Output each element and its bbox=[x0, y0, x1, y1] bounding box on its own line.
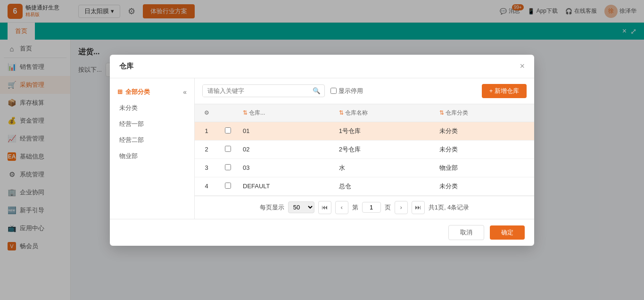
prev-page-button[interactable]: ‹ bbox=[335, 201, 348, 214]
warehouse-modal: 仓库 × ⊞ 全部分类 « 未分类 经营一部 经营二部 物业部 bbox=[110, 55, 534, 246]
cancel-button[interactable]: 取消 bbox=[448, 225, 484, 240]
modal-overlay: 仓库 × ⊞ 全部分类 « 未分类 经营一部 经营二部 物业部 bbox=[0, 0, 644, 300]
per-page-select-wrap: 50 20 100 bbox=[288, 201, 314, 213]
modal-header: 仓库 × bbox=[110, 55, 534, 78]
warehouse-table: ⚙ ⇅ 仓库... ⇅ 仓库名称 ⇅ 仓库分类 1 01 bbox=[195, 104, 534, 196]
row-name: 水 bbox=[333, 158, 434, 177]
row-check[interactable] bbox=[218, 140, 237, 158]
show-disabled-label[interactable]: 显示停用 bbox=[330, 87, 363, 95]
row-settings: 3 bbox=[195, 158, 218, 177]
next-page-button[interactable]: › bbox=[395, 201, 408, 214]
col-category: ⇅ 仓库分类 bbox=[434, 104, 534, 122]
category-all-label: 全部分类 bbox=[125, 88, 150, 96]
row-category: 物业部 bbox=[434, 158, 534, 177]
sort-cat-icon: ⇅ bbox=[439, 109, 444, 116]
row-check[interactable] bbox=[218, 177, 237, 195]
pagination: 每页显示 50 20 100 ⏮ ‹ 第 页 › ⏭ 共1 bbox=[195, 196, 534, 219]
col-name: ⇅ 仓库名称 bbox=[333, 104, 434, 122]
page-label: 第 bbox=[352, 203, 358, 212]
table-row[interactable]: 3 03 水 物业部 bbox=[195, 158, 534, 177]
table-header-row: ⚙ ⇅ 仓库... ⇅ 仓库名称 ⇅ 仓库分类 bbox=[195, 104, 534, 122]
row-category: 未分类 bbox=[434, 177, 534, 195]
category-unclassified[interactable]: 未分类 bbox=[110, 100, 194, 116]
page-number-input[interactable] bbox=[362, 202, 381, 213]
row-code: DEFAULT bbox=[237, 177, 333, 195]
row-settings: 2 bbox=[195, 140, 218, 158]
sort-name-icon: ⇅ bbox=[339, 109, 344, 116]
col-code: ⇅ 仓库... bbox=[237, 104, 333, 122]
row-settings: 4 bbox=[195, 177, 218, 195]
row-check[interactable] bbox=[218, 158, 237, 177]
row-code: 01 bbox=[237, 122, 333, 140]
warehouse-table-wrap: ⚙ ⇅ 仓库... ⇅ 仓库名称 ⇅ 仓库分类 1 01 bbox=[195, 104, 534, 196]
add-warehouse-button[interactable]: + 新增仓库 bbox=[482, 84, 527, 98]
row-category: 未分类 bbox=[434, 122, 534, 140]
first-page-button[interactable]: ⏮ bbox=[318, 201, 331, 214]
category-ops2[interactable]: 经营二部 bbox=[110, 132, 194, 148]
row-category: 未分类 bbox=[434, 140, 534, 158]
search-wrap: 🔍 bbox=[202, 84, 325, 97]
modal-body: ⊞ 全部分类 « 未分类 经营一部 经营二部 物业部 🔍 bbox=[110, 78, 534, 219]
per-page-label: 每页显示 bbox=[260, 203, 284, 212]
table-row[interactable]: 1 01 1号仓库 未分类 bbox=[195, 122, 534, 140]
category-all[interactable]: ⊞ 全部分类 « bbox=[110, 84, 194, 100]
search-button[interactable]: 🔍 bbox=[309, 85, 324, 97]
sort-code-icon: ⇅ bbox=[243, 109, 248, 116]
category-sidebar: ⊞ 全部分类 « 未分类 经营一部 经营二部 物业部 bbox=[110, 78, 195, 219]
category-ops1[interactable]: 经营一部 bbox=[110, 116, 194, 132]
row-check[interactable] bbox=[218, 122, 237, 140]
page-unit: 页 bbox=[385, 203, 391, 212]
row-name: 2号仓库 bbox=[333, 140, 434, 158]
category-property[interactable]: 物业部 bbox=[110, 148, 194, 164]
collapse-icon[interactable]: « bbox=[183, 88, 187, 96]
total-label: 共1页, 4条记录 bbox=[429, 203, 470, 212]
last-page-button[interactable]: ⏭ bbox=[412, 201, 425, 214]
row-code: 02 bbox=[237, 140, 333, 158]
col-settings: ⚙ bbox=[195, 104, 218, 122]
table-row[interactable]: 2 02 2号仓库 未分类 bbox=[195, 140, 534, 158]
row-name: 总仓 bbox=[333, 177, 434, 195]
show-disabled-text: 显示停用 bbox=[339, 87, 363, 95]
modal-title: 仓库 bbox=[119, 62, 133, 71]
modal-main: 🔍 显示停用 + 新增仓库 ⚙ bbox=[195, 78, 534, 219]
row-name: 1号仓库 bbox=[333, 122, 434, 140]
grid-icon: ⊞ bbox=[117, 88, 123, 95]
col-check bbox=[218, 104, 237, 122]
show-disabled-checkbox[interactable] bbox=[330, 88, 337, 94]
modal-close-button[interactable]: × bbox=[520, 61, 525, 71]
row-code: 03 bbox=[237, 158, 333, 177]
search-input[interactable] bbox=[203, 85, 309, 97]
confirm-button[interactable]: 确定 bbox=[490, 225, 525, 240]
table-row[interactable]: 4 DEFAULT 总仓 未分类 bbox=[195, 177, 534, 195]
row-settings: 1 bbox=[195, 122, 218, 140]
modal-toolbar: 🔍 显示停用 + 新增仓库 bbox=[195, 78, 534, 104]
per-page-select[interactable]: 50 20 100 bbox=[288, 201, 314, 213]
modal-action-footer: 取消 确定 bbox=[110, 219, 534, 246]
